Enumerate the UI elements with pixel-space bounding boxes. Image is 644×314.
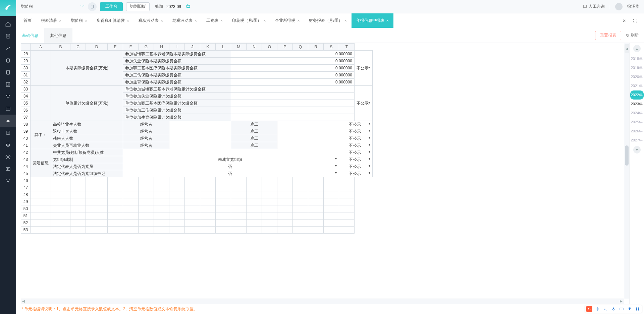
nav-v[interactable] [0, 175, 16, 187]
tab-2[interactable]: 增值税× [66, 13, 92, 28]
col-header-T[interactable]: T [339, 44, 355, 51]
col-header-J[interactable]: J [185, 44, 200, 51]
tab-8[interactable]: 企业所得税× [270, 13, 304, 28]
nav-archive[interactable] [0, 127, 16, 139]
row-header-36[interactable]: 36 [21, 107, 31, 114]
year-2023年[interactable]: 2023年 [630, 100, 644, 109]
ime-mic-icon[interactable] [610, 306, 616, 312]
col-header-R[interactable]: R [308, 44, 324, 51]
row-header-30[interactable]: 30 [21, 65, 31, 72]
ime-toolbar[interactable]: S 中 •, [585, 305, 642, 313]
col-header-O[interactable]: O [262, 44, 277, 51]
row-header-38[interactable]: 38 [21, 121, 31, 128]
nav-money[interactable] [0, 54, 16, 66]
nav-home[interactable] [0, 18, 16, 30]
year-2024年[interactable]: 2024年 [630, 109, 644, 118]
help-link[interactable]: 人工咨询 [583, 4, 605, 9]
row-header-53[interactable]: 53 [21, 227, 31, 234]
year-2026年[interactable]: 2026年 [630, 127, 644, 136]
row-header-43[interactable]: 43 [21, 156, 31, 163]
tab-7[interactable]: 印花税（月/季）× [227, 13, 270, 28]
nav-stamp[interactable] [0, 90, 16, 103]
row-header-40[interactable]: 40 [21, 135, 31, 142]
vertical-scrollbar[interactable] [624, 43, 629, 299]
nav-report[interactable] [0, 78, 16, 90]
calendar-icon[interactable] [186, 4, 191, 9]
row-header-29[interactable]: 29 [21, 58, 31, 65]
tab-1[interactable]: 税表清册× [36, 13, 66, 28]
col-header-M[interactable]: M [231, 44, 247, 51]
col-header-C[interactable]: C [70, 44, 86, 51]
col-header-K[interactable]: K [200, 44, 216, 51]
subtab-basic[interactable]: 基础信息 [16, 28, 44, 43]
tab-10[interactable]: 年报信息申报表× [352, 13, 393, 28]
tab-6[interactable]: 工资表× [202, 13, 227, 28]
close-icon[interactable]: × [195, 18, 197, 23]
col-header-I[interactable]: I [169, 44, 185, 51]
col-header-L[interactable]: L [216, 44, 231, 51]
row-header-47[interactable]: 47 [21, 184, 31, 191]
doc-icon-button[interactable] [88, 2, 97, 11]
row-header-46[interactable]: 46 [21, 177, 31, 184]
tab-4[interactable]: 税负波动表× [134, 13, 168, 28]
year-up-icon[interactable]: ▴ [633, 45, 641, 52]
col-header-H[interactable]: H [154, 44, 169, 51]
tab-5[interactable]: 纳税波动表× [168, 13, 202, 28]
col-header-N[interactable]: N [247, 44, 262, 51]
ime-keyboard-icon[interactable] [619, 306, 625, 312]
ime-zh-icon[interactable]: 中 [594, 306, 600, 312]
switch-old-button[interactable]: 切到旧版 [126, 2, 150, 11]
period-value[interactable]: 2023-09 [166, 4, 181, 9]
row-header-34[interactable]: 34 [21, 93, 31, 100]
nav-chart[interactable] [0, 42, 16, 54]
row-header-35[interactable]: 35 [21, 100, 31, 107]
nav-tax[interactable] [0, 115, 16, 127]
row-header-45[interactable]: 45 [21, 170, 31, 177]
nav-settings[interactable] [0, 151, 16, 163]
year-rail-collapse[interactable]: ◀ [625, 44, 629, 53]
reset-report-button[interactable]: 重置报表 [595, 31, 621, 40]
workbench-button[interactable]: 工作台 [100, 2, 123, 11]
ime-skin-icon[interactable] [627, 306, 633, 312]
row-header-52[interactable]: 52 [21, 219, 31, 227]
close-icon[interactable]: × [85, 18, 87, 23]
nav-ledger[interactable] [0, 30, 16, 42]
row-header-49[interactable]: 49 [21, 198, 31, 205]
module-selector[interactable]: 增值税 ﹀ [21, 4, 85, 9]
close-icon[interactable]: × [161, 18, 163, 23]
tab-9[interactable]: 财务报表（月/季）× [304, 13, 351, 28]
col-header-B[interactable]: B [51, 44, 70, 51]
row-header-42[interactable]: 42 [21, 149, 31, 156]
year-2020年[interactable]: 2020年 [630, 72, 644, 81]
year-2025年[interactable]: 2025年 [630, 118, 644, 127]
col-header-S[interactable]: S [324, 44, 339, 51]
row-header-39[interactable]: 39 [21, 128, 31, 135]
year-2022年[interactable]: 2022年 [630, 90, 644, 100]
row-header-44[interactable]: 44 [21, 163, 31, 170]
close-icon[interactable]: × [59, 18, 61, 23]
row-header-32[interactable]: 32 [21, 79, 31, 86]
col-header-G[interactable]: G [139, 44, 154, 51]
tab-0[interactable]: 首页 [19, 13, 36, 28]
close-tabs-icon[interactable]: ✕ [621, 17, 628, 24]
ime-tools-icon[interactable] [635, 306, 641, 312]
row-header-48[interactable]: 48 [21, 191, 31, 198]
close-icon[interactable]: × [263, 18, 266, 23]
ime-s-icon[interactable]: S [586, 306, 592, 312]
col-header-D[interactable]: D [86, 44, 108, 51]
close-icon[interactable]: × [297, 18, 300, 23]
close-icon[interactable]: × [220, 18, 223, 23]
refresh-button[interactable]: ↻ 刷新 [626, 33, 639, 38]
corner-cell[interactable] [21, 44, 31, 51]
nav-clipboard[interactable] [0, 66, 16, 78]
row-header-33[interactable]: 33 [21, 86, 31, 93]
col-header-A[interactable]: A [31, 44, 51, 51]
year-2021年[interactable]: 2021年 [630, 81, 644, 90]
row-header-41[interactable]: 41 [21, 142, 31, 149]
year-down-icon[interactable]: ▾ [633, 146, 641, 153]
expand-icon[interactable]: ⛶ [631, 17, 639, 24]
spreadsheet[interactable]: ABCDEFGHIJKLMNOPQRST28本期实际缴费金额(万元)参加城镇职工… [21, 43, 629, 299]
row-header-51[interactable]: 51 [21, 212, 31, 219]
col-header-Q[interactable]: Q [293, 44, 308, 51]
avatar[interactable] [615, 3, 623, 10]
